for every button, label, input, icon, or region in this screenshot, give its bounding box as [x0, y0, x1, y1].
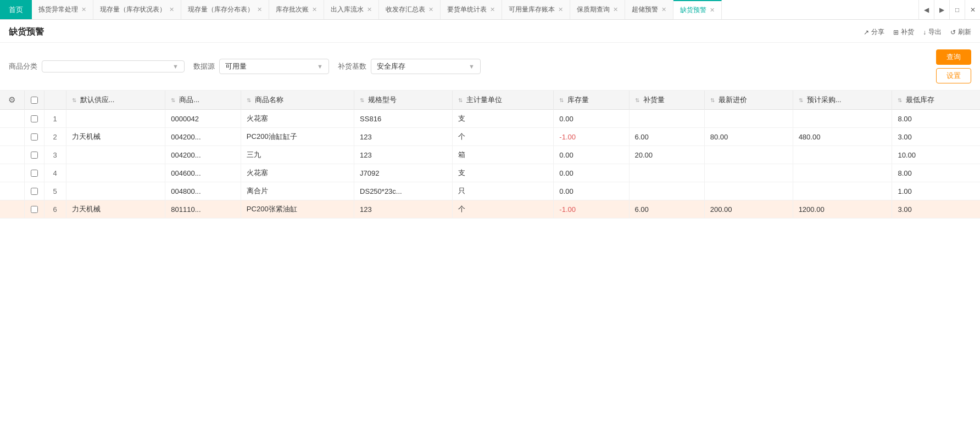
select-all-checkbox[interactable] — [31, 97, 38, 104]
th-latest-price[interactable]: ⇅最新进价 — [704, 91, 793, 110]
share-btn[interactable]: ↗ 分享 — [864, 27, 884, 37]
row-checkbox-cell-3[interactable] — [24, 164, 44, 182]
row-latest-price-4 — [704, 182, 793, 200]
tab-label-overstock: 超储预警 — [632, 5, 658, 14]
row-checkbox-4[interactable] — [31, 188, 38, 195]
sort-icon-supplier: ⇅ — [72, 97, 76, 103]
row-code-2: 004200... — [165, 146, 241, 164]
tab-prev-btn[interactable]: ◀ — [918, 0, 934, 19]
row-unit-2: 箱 — [452, 146, 554, 164]
row-min-stock-2: 10.00 — [892, 146, 980, 164]
tab-close-available[interactable]: ✕ — [558, 6, 563, 13]
row-checkbox-0[interactable] — [31, 115, 38, 122]
th-replenish[interactable]: ⇅补货量 — [629, 91, 704, 110]
row-est-purchase-4 — [793, 182, 892, 200]
row-gear-3 — [0, 164, 24, 182]
th-gear[interactable]: ⚙ — [0, 91, 24, 110]
tab-close-inout[interactable]: ✕ — [367, 6, 372, 13]
replenish-base-select[interactable]: 安全库存 ▼ — [371, 59, 481, 74]
category-select[interactable]: ▼ — [42, 60, 185, 72]
row-unit-3: 支 — [452, 164, 554, 182]
row-name-0: 火花塞 — [241, 110, 354, 128]
row-gear-0 — [0, 110, 24, 128]
sort-icon-replenish: ⇅ — [635, 97, 639, 103]
th-supplier[interactable]: ⇅默认供应... — [66, 91, 165, 110]
tab-window-btn[interactable]: □ — [949, 0, 965, 19]
table-row: 4 004600... 火花塞 J7092 支 0.00 8.00 — [0, 164, 980, 182]
tab-label-stock-dist: 现存量（库存分布表） — [188, 5, 254, 14]
replenish-btn[interactable]: ⊞ 补货 — [893, 27, 914, 37]
category-dropdown-icon: ▼ — [172, 63, 179, 70]
header-actions: ↗ 分享 ⊞ 补货 ↓ 导出 ↺ 刷新 — [864, 27, 971, 37]
tab-close-stock-status[interactable]: ✕ — [169, 6, 174, 13]
tab-inout[interactable]: 出入库流水✕ — [324, 0, 379, 19]
row-checkbox-cell-4[interactable] — [24, 182, 44, 200]
row-supplier-1: 力天机械 — [66, 128, 165, 146]
tab-close-exception[interactable]: ✕ — [81, 6, 86, 13]
tab-close-expiry[interactable]: ✕ — [613, 6, 618, 13]
th-est-purchase[interactable]: ⇅预计采购... — [793, 91, 892, 110]
row-latest-price-2 — [704, 146, 793, 164]
row-checkbox-cell-0[interactable] — [24, 110, 44, 128]
th-checkbox[interactable] — [24, 91, 44, 110]
tab-home[interactable]: 首页 — [0, 0, 32, 19]
tab-close-demand[interactable]: ✕ — [490, 6, 495, 13]
settings-button[interactable]: 设置 — [936, 68, 971, 83]
tab-overstock[interactable]: 超储预警✕ — [625, 0, 673, 19]
datasource-select[interactable]: 可用量 ▼ — [219, 59, 329, 74]
row-checkbox-cell-2[interactable] — [24, 146, 44, 164]
query-button[interactable]: 查询 — [936, 49, 971, 65]
row-checkbox-1[interactable] — [31, 133, 38, 141]
table-row: 5 004800... 离合片 DS250*23c... 只 0.00 1.00 — [0, 182, 980, 200]
tab-close-shortage[interactable]: ✕ — [710, 7, 715, 14]
row-min-stock-1: 3.00 — [892, 128, 980, 146]
row-checkbox-cell-1[interactable] — [24, 128, 44, 146]
tab-shortage[interactable]: 缺货预警✕ — [673, 0, 722, 19]
table-body: 1 0000042 火花塞 SS816 支 0.00 8.00 2 力天机械 0… — [0, 110, 980, 218]
row-spec-2: 123 — [354, 146, 453, 164]
tab-close-overstock[interactable]: ✕ — [661, 6, 666, 13]
page-content: 缺货预警 ↗ 分享 ⊞ 补货 ↓ 导出 ↺ 刷新 商品分类 — [0, 20, 980, 437]
filter-row: 商品分类 ▼ 数据源 可用量 ▼ 补货基数 安全库存 ▼ 查询 设置 — [0, 43, 980, 91]
th-spec[interactable]: ⇅规格型号 — [354, 91, 453, 110]
sort-icon-unit: ⇅ — [458, 97, 463, 103]
tab-collect[interactable]: 收发存汇总表✕ — [379, 0, 441, 19]
th-name[interactable]: ⇅商品名称 — [241, 91, 354, 110]
tab-batch[interactable]: 库存批次账✕ — [269, 0, 324, 19]
row-code-1: 004200... — [165, 128, 241, 146]
tab-demand[interactable]: 要货单统计表✕ — [441, 0, 502, 19]
row-num-0: 1 — [44, 110, 66, 128]
tab-close-collect[interactable]: ✕ — [428, 6, 433, 13]
sort-icon-stock: ⇅ — [559, 97, 564, 103]
th-unit[interactable]: ⇅主计量单位 — [452, 91, 554, 110]
tab-available[interactable]: 可用量库存账本✕ — [502, 0, 570, 19]
tab-close-batch[interactable]: ✕ — [312, 6, 317, 13]
gear-icon[interactable]: ⚙ — [5, 95, 19, 105]
sort-icon-code: ⇅ — [171, 97, 175, 103]
tab-exception[interactable]: 拣货异常处理✕ — [32, 0, 93, 19]
th-stock[interactable]: ⇅库存量 — [554, 91, 629, 110]
export-label: 导出 — [928, 27, 942, 37]
tab-close-all-btn[interactable]: ✕ — [965, 0, 980, 19]
tab-next-btn[interactable]: ▶ — [934, 0, 949, 19]
row-checkbox-5[interactable] — [31, 206, 38, 213]
row-checkbox-3[interactable] — [31, 170, 38, 177]
sort-icon-min-stock: ⇅ — [898, 97, 902, 103]
tab-label-inout: 出入库流水 — [331, 5, 364, 14]
th-min-stock[interactable]: ⇅最低库存 — [892, 91, 980, 110]
refresh-btn[interactable]: ↺ 刷新 — [950, 27, 971, 37]
row-num-1: 2 — [44, 128, 66, 146]
row-spec-1: 123 — [354, 128, 453, 146]
row-checkbox-cell-5[interactable] — [24, 200, 44, 218]
export-btn[interactable]: ↓ 导出 — [923, 27, 942, 37]
th-code[interactable]: ⇅商品... — [165, 91, 241, 110]
row-checkbox-2[interactable] — [31, 152, 38, 159]
tab-expiry[interactable]: 保质期查询✕ — [570, 0, 625, 19]
tab-close-stock-dist[interactable]: ✕ — [257, 6, 262, 13]
row-latest-price-1: 80.00 — [704, 128, 793, 146]
row-name-2: 三九 — [241, 146, 354, 164]
tab-stock-dist[interactable]: 现存量（库存分布表）✕ — [181, 0, 269, 19]
category-filter-group: 商品分类 ▼ — [9, 60, 185, 72]
row-num-5: 6 — [44, 200, 66, 218]
tab-stock-status[interactable]: 现存量（库存状况表）✕ — [93, 0, 181, 19]
